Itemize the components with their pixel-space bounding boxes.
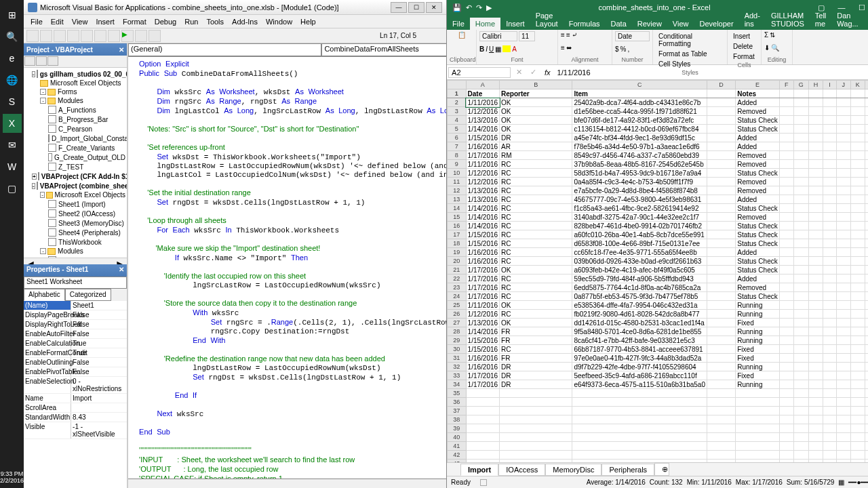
align-top-icon[interactable]: ≡	[561, 31, 565, 39]
object-combo[interactable]: (General)	[128, 43, 321, 56]
property-row[interactable]: NameImport	[24, 394, 127, 403]
tab-alphabetic[interactable]: Alphabetic	[24, 289, 65, 301]
properties-header[interactable]: Properties - Sheet1✕	[24, 264, 127, 277]
ribbon-right-share[interactable]: Share	[864, 9, 868, 30]
tb-cmd-icon[interactable]: ▢	[3, 179, 22, 198]
merge-icon[interactable]: ⬌	[566, 44, 572, 52]
tree-node[interactable]: D_Import_Global_Constants	[25, 134, 125, 143]
property-row[interactable]: EnableFormatConditTrue	[24, 348, 127, 358]
tb-chrome-icon[interactable]: 🌐	[3, 70, 22, 89]
menu-view[interactable]: View	[68, 18, 92, 26]
property-row[interactable]: DisplayPageBreaksFalse	[24, 310, 127, 320]
save-icon[interactable]	[40, 30, 52, 42]
property-row[interactable]: EnableSelection0 - xlNoRestrictions	[24, 377, 127, 394]
fx-icon[interactable]: fx	[540, 68, 555, 77]
find-icon[interactable]: 🔍	[771, 44, 779, 52]
menu-window[interactable]: Window	[262, 18, 296, 26]
tb-word-icon[interactable]: W	[3, 157, 22, 176]
italic-button[interactable]: I	[486, 45, 488, 53]
tree-node[interactable]: Sheet4 (Peripherals)	[25, 228, 125, 237]
autosum-icon[interactable]: Σ	[764, 31, 768, 39]
tree-node[interactable]: -Modules	[25, 247, 125, 256]
menu-run[interactable]: Run	[180, 18, 202, 26]
insert-cells-button[interactable]: Insert	[730, 31, 758, 41]
tree-node[interactable]: Sheet3 (MemoryDisc)	[25, 218, 125, 228]
sheet-tab-memorydisc[interactable]: MemoryDisc	[545, 464, 601, 476]
menu-format[interactable]: Format	[119, 18, 151, 26]
paste-button[interactable]: 📋	[450, 31, 473, 39]
vba-titlebar[interactable]: Microsoft Visual Basic for Applications …	[24, 0, 446, 15]
property-row[interactable]: ScrollArea	[24, 403, 127, 413]
fill-color-icon[interactable]	[502, 45, 511, 52]
close-icon[interactable]: ✕	[119, 46, 124, 54]
menu-file[interactable]: File	[26, 18, 47, 26]
ribbon-right-danwag[interactable]: Dan Wag...	[831, 9, 863, 30]
project-explorer-header[interactable]: Project - VBAProject✕	[24, 43, 127, 56]
align-left-icon[interactable]: ≡	[561, 44, 565, 52]
tree-node[interactable]: Microsoft Excel Objects	[25, 79, 125, 87]
sheet-tabs[interactable]: ImportIOAccessMemoryDiscPeripherals⊕	[447, 462, 868, 476]
tab-gillham-studios[interactable]: GILLHAM STUDIOS	[766, 9, 810, 30]
tab-review[interactable]: Review	[632, 18, 667, 30]
tree-node[interactable]: Sheet2 (IOAccess)	[25, 209, 125, 218]
property-row[interactable]: EnableAutoFilterFalse	[24, 329, 127, 339]
menu-add-ins[interactable]: Add-Ins	[228, 18, 262, 26]
cond-fmt-button[interactable]: Conditional Formatting	[656, 31, 724, 49]
currency-icon[interactable]: $	[615, 45, 619, 53]
tab-developer[interactable]: Developer	[694, 18, 739, 30]
tree-node[interactable]: ThisWorkbook	[25, 237, 125, 247]
ribbon-tabs[interactable]: FileHomeInsertPage LayoutFormulasDataRev…	[447, 15, 868, 30]
cut-icon[interactable]	[54, 30, 66, 42]
menu-help[interactable]: Help	[296, 18, 320, 26]
maximize-button[interactable]: ☐	[408, 2, 425, 13]
copy-icon[interactable]	[67, 30, 79, 42]
tree-node[interactable]: F_Create_Variants	[25, 143, 125, 152]
code-editor[interactable]: Option Explicit Public Sub CombineDataFr…	[128, 57, 446, 479]
border-icon[interactable]: ▦	[495, 45, 501, 53]
format-cells-button[interactable]: Format	[730, 52, 758, 62]
close-button[interactable]: ✕	[426, 2, 442, 13]
tree-node[interactable]: G_Create_Output_OLD	[25, 152, 125, 162]
formula-input[interactable]: 1/11/2016	[555, 68, 868, 77]
property-row[interactable]: EnableCalculationTrue	[24, 339, 127, 348]
tab-data[interactable]: Data	[606, 18, 632, 30]
redo-icon[interactable]	[108, 30, 120, 42]
view-code-icon[interactable]	[26, 30, 39, 42]
tree-node[interactable]: -gs gillham_studios 02_00_02	[25, 69, 125, 79]
save-icon[interactable]: 💾	[452, 3, 462, 12]
tree-node[interactable]: -VBAProject (combine_sheets_...	[25, 181, 125, 190]
property-row[interactable]: EnablePivotTableFalse	[24, 367, 127, 377]
close-icon[interactable]: ✕	[119, 266, 124, 275]
tree-node[interactable]: -Microsoft Excel Objects	[25, 190, 125, 199]
sheet-tab-ioaccess[interactable]: IOAccess	[498, 464, 545, 476]
tree-node[interactable]: +VBAProject (CFK Add-In $10.xl	[25, 171, 125, 181]
wrap-text-icon[interactable]: ⤶	[572, 31, 577, 39]
undo-icon[interactable]: ↶	[466, 3, 472, 12]
worksheet-grid[interactable]: ABCDEFGHIJKLM1DateReporterItemNotes21/11…	[447, 80, 868, 462]
property-row[interactable]: Visible-1 - xlSheetVisible	[24, 422, 127, 439]
properties-object-combo[interactable]: Sheet1 Worksheet	[24, 277, 127, 289]
project-tree[interactable]: -gs gillham_studios 02_00_02Microsoft Ex…	[24, 68, 127, 258]
tree-node[interactable]: B_Progress_Bar	[25, 115, 125, 124]
ribbon[interactable]: 📋 Clipboard Calibri 11 B I U ▦ A Font ≡ …	[447, 30, 868, 65]
add-sheet-button[interactable]: ⊕	[654, 463, 669, 476]
underline-button[interactable]: U	[489, 45, 494, 53]
ribbon-right-tellme[interactable]: Tell me	[810, 9, 832, 30]
break-icon[interactable]	[135, 30, 147, 42]
format-table-button[interactable]: Format as Table	[656, 49, 724, 59]
tab-view[interactable]: View	[667, 18, 694, 30]
bold-button[interactable]: B	[479, 45, 484, 53]
sheet-tab-peripherals[interactable]: Peripherals	[601, 464, 654, 476]
menu-insert[interactable]: Insert	[92, 18, 119, 26]
tb-skype-icon[interactable]: S	[3, 92, 22, 111]
minimize-button[interactable]: —	[391, 2, 407, 13]
macro-record-icon[interactable]	[480, 479, 487, 486]
tb-edge-icon[interactable]: e	[3, 49, 22, 68]
vba-toolbar[interactable]: ▶ Ln 17, Col 5	[24, 28, 446, 43]
redo-icon[interactable]: ↷	[476, 3, 482, 12]
zoom-slider[interactable]: ━━●━━	[848, 479, 868, 486]
tab-file[interactable]: File	[447, 18, 470, 30]
tab-page-layout[interactable]: Page Layout	[530, 9, 564, 30]
tab-categorized[interactable]: Categorized	[65, 289, 111, 301]
fill-icon[interactable]: ⬇	[764, 44, 770, 52]
